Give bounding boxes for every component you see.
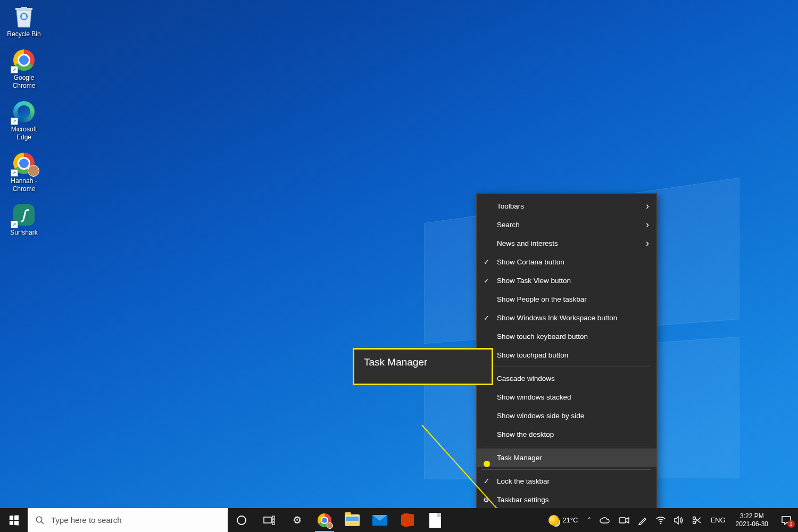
tray-clock[interactable]: 3:22 PM 2021-06-30 bbox=[730, 508, 774, 532]
document-icon bbox=[429, 513, 441, 528]
menu-separator bbox=[482, 446, 651, 446]
menu-separator bbox=[482, 469, 651, 470]
desktop[interactable]: Recycle Bin ↗ Google Chrome ↗ Microsoft … bbox=[0, 0, 798, 532]
menu-item-windows-stacked[interactable]: Show windows stacked bbox=[477, 388, 656, 406]
shortcut-arrow-icon: ↗ bbox=[11, 221, 18, 228]
system-tray: 21°C ˄ ENG bbox=[543, 508, 798, 532]
tray-overflow-button[interactable]: ˄ bbox=[584, 508, 595, 532]
desktop-icon-microsoft-edge[interactable]: ↗ Microsoft Edge bbox=[3, 99, 45, 142]
taskbar-app-document[interactable] bbox=[421, 508, 449, 532]
mail-icon bbox=[372, 515, 387, 526]
svg-rect-4 bbox=[272, 516, 275, 518]
menu-item-show-desktop[interactable]: Show the desktop bbox=[477, 425, 656, 444]
svg-rect-6 bbox=[272, 522, 275, 525]
chrome-icon: ↗ bbox=[12, 48, 36, 72]
office-icon bbox=[401, 513, 414, 527]
settings-button[interactable]: ⚙ bbox=[283, 508, 311, 532]
camera-icon bbox=[619, 517, 629, 524]
desktop-icon-surfshark[interactable]: ʃ ↗ Surfshark bbox=[3, 203, 45, 237]
menu-item-toolbars[interactable]: Toolbars bbox=[477, 197, 656, 215]
scissors-icon bbox=[692, 516, 702, 525]
taskbar-app-file-explorer[interactable] bbox=[338, 508, 366, 532]
task-view-icon bbox=[263, 516, 275, 525]
check-icon: ✓ bbox=[484, 277, 489, 285]
desktop-icon-hannah-chrome[interactable]: ↗ Hannah - Chrome bbox=[3, 151, 45, 193]
check-icon: ✓ bbox=[484, 314, 489, 322]
pen-icon bbox=[638, 516, 647, 525]
menu-item-label: Cascade windows bbox=[497, 375, 555, 383]
svg-point-10 bbox=[693, 521, 696, 523]
menu-item-label: Show touchpad button bbox=[497, 351, 568, 359]
menu-item-label: Search bbox=[497, 221, 520, 229]
svg-line-1 bbox=[41, 521, 44, 524]
desktop-icon-recycle-bin[interactable]: Recycle Bin bbox=[3, 4, 45, 38]
cortana-icon bbox=[236, 515, 247, 526]
search-box[interactable]: Type here to search bbox=[28, 508, 228, 532]
icon-label: Recycle Bin bbox=[7, 30, 40, 38]
menu-item-show-people[interactable]: Show People on the taskbar bbox=[477, 290, 656, 309]
menu-item-show-ink-workspace[interactable]: ✓ Show Windows Ink Workspace button bbox=[477, 309, 656, 327]
edge-icon: ↗ bbox=[12, 99, 36, 124]
icon-label: Google Chrome bbox=[3, 74, 45, 90]
icon-label: Microsoft Edge bbox=[3, 126, 45, 142]
menu-item-label: Task Manager bbox=[497, 454, 542, 462]
menu-item-label: Show the desktop bbox=[497, 430, 554, 438]
taskbar-app-mail[interactable] bbox=[366, 508, 394, 532]
desktop-icon-google-chrome[interactable]: ↗ Google Chrome bbox=[3, 48, 45, 90]
menu-item-lock-taskbar[interactable]: ✓ Lock the taskbar bbox=[477, 472, 656, 491]
search-placeholder: Type here to search bbox=[51, 516, 122, 525]
tray-meet-now[interactable] bbox=[615, 508, 633, 532]
svg-rect-5 bbox=[272, 519, 275, 521]
menu-item-label: Show Task View button bbox=[497, 277, 571, 285]
clock-date: 2021-06-30 bbox=[736, 520, 768, 528]
menu-item-taskbar-settings[interactable]: ⚙ Taskbar settings bbox=[477, 491, 656, 509]
clock-time: 3:22 PM bbox=[740, 512, 764, 520]
tray-volume[interactable] bbox=[670, 508, 687, 532]
menu-item-cascade-windows[interactable]: Cascade windows bbox=[477, 369, 656, 388]
menu-item-show-cortana[interactable]: ✓ Show Cortana button bbox=[477, 253, 656, 271]
menu-item-news-interests[interactable]: News and interests bbox=[477, 234, 656, 253]
taskbar[interactable]: Type here to search ⚙ bbox=[0, 508, 798, 532]
tray-weather[interactable]: 21°C bbox=[543, 508, 583, 532]
tray-action-center[interactable]: 2 bbox=[775, 508, 798, 532]
menu-item-label: Toolbars bbox=[497, 202, 524, 210]
svg-rect-3 bbox=[264, 517, 271, 523]
tray-network[interactable] bbox=[652, 508, 669, 532]
cloud-icon bbox=[600, 517, 610, 524]
menu-item-label: Taskbar settings bbox=[497, 496, 549, 504]
menu-item-label: Lock the taskbar bbox=[497, 477, 550, 485]
tray-language[interactable]: ENG bbox=[706, 508, 729, 532]
menu-item-windows-side-by-side[interactable]: Show windows side by side bbox=[477, 406, 656, 425]
start-button[interactable] bbox=[0, 508, 28, 532]
notification-badge: 2 bbox=[787, 520, 795, 528]
chevron-up-icon: ˄ bbox=[588, 517, 591, 523]
menu-item-show-task-view[interactable]: ✓ Show Task View button bbox=[477, 271, 656, 290]
tray-onedrive[interactable] bbox=[596, 508, 614, 532]
menu-item-task-manager[interactable]: Task Manager bbox=[477, 448, 656, 467]
tray-snip[interactable] bbox=[688, 508, 705, 532]
desktop-icons-column: Recycle Bin ↗ Google Chrome ↗ Microsoft … bbox=[3, 4, 45, 237]
svg-point-2 bbox=[237, 516, 246, 525]
svg-point-9 bbox=[693, 517, 696, 519]
taskbar-app-chrome-hannah[interactable] bbox=[311, 508, 338, 532]
weather-icon bbox=[548, 515, 559, 526]
cortana-button[interactable] bbox=[228, 508, 255, 532]
menu-item-show-touch-keyboard[interactable]: Show touch keyboard button bbox=[477, 327, 656, 346]
icon-label: Hannah - Chrome bbox=[3, 177, 45, 193]
callout-label: Task Manager bbox=[364, 356, 427, 368]
menu-item-show-touchpad[interactable]: Show touchpad button bbox=[477, 346, 656, 364]
speaker-icon bbox=[674, 516, 684, 525]
menu-item-search[interactable]: Search bbox=[477, 215, 656, 234]
language-label: ENG bbox=[710, 516, 725, 524]
task-view-button[interactable] bbox=[255, 508, 283, 532]
menu-item-label: Show People on the taskbar bbox=[497, 295, 587, 303]
callout-task-manager: Task Manager bbox=[353, 348, 493, 385]
taskbar-app-office[interactable] bbox=[394, 508, 421, 532]
check-icon: ✓ bbox=[484, 258, 489, 266]
svg-point-8 bbox=[660, 522, 662, 524]
wifi-icon bbox=[656, 516, 666, 525]
menu-item-label: News and interests bbox=[497, 239, 558, 247]
gear-icon: ⚙ bbox=[293, 514, 302, 526]
search-icon bbox=[35, 516, 45, 525]
tray-ink-workspace[interactable] bbox=[634, 508, 651, 532]
